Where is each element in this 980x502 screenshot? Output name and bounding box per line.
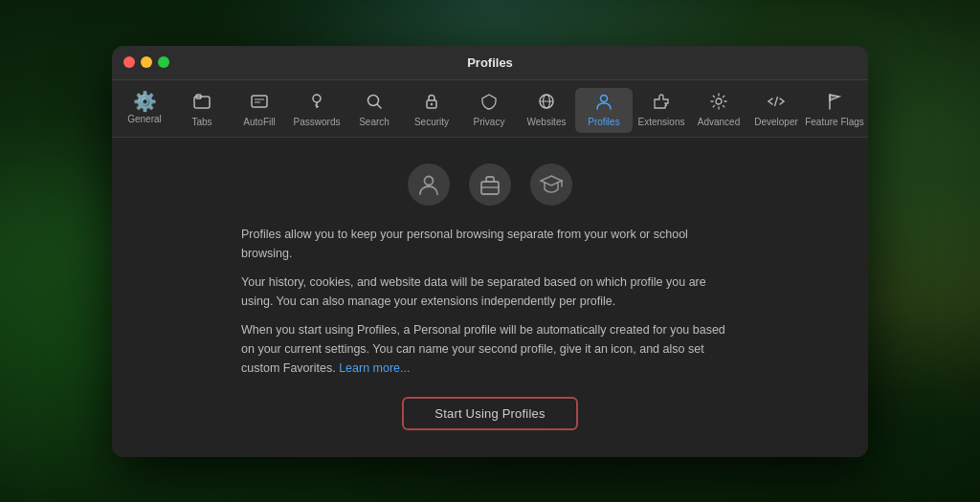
tab-extensions[interactable]: Extensions <box>633 88 690 133</box>
learn-more-link[interactable]: Learn more... <box>339 361 410 375</box>
work-profile-icon <box>469 164 511 206</box>
tab-developer[interactable]: Developer <box>747 88 805 133</box>
feature-flags-label: Feature Flags <box>805 117 864 127</box>
svg-point-12 <box>431 102 433 104</box>
tab-advanced[interactable]: Advanced <box>690 88 747 133</box>
extensions-label: Extensions <box>638 117 685 127</box>
tab-privacy[interactable]: Privacy <box>460 88 518 133</box>
svg-point-16 <box>601 95 608 101</box>
profiles-label: Profiles <box>588 117 619 127</box>
close-button[interactable] <box>123 56 135 68</box>
advanced-icon <box>709 92 728 114</box>
start-button-container: Start Using Profiles <box>402 397 577 430</box>
tab-profiles[interactable]: Profiles <box>575 88 633 133</box>
svg-point-5 <box>313 95 321 102</box>
maximize-button[interactable] <box>158 56 169 68</box>
tab-passwords[interactable]: Passwords <box>288 88 345 133</box>
profiles-description: Profiles allow you to keep your personal… <box>241 225 739 393</box>
search-label: Search <box>359 117 390 127</box>
security-label: Security <box>414 117 449 127</box>
passwords-icon <box>307 92 326 114</box>
search-icon <box>365 92 384 114</box>
general-icon: ⚙️ <box>133 92 157 111</box>
minimize-button[interactable] <box>141 56 152 68</box>
tab-autofill[interactable]: AutoFill <box>231 88 288 133</box>
svg-point-9 <box>368 95 379 105</box>
autofill-label: AutoFill <box>243 117 275 127</box>
advanced-label: Advanced <box>698 117 740 127</box>
tab-feature-flags[interactable]: Feature Flags <box>805 88 864 133</box>
svg-point-17 <box>716 98 722 104</box>
tabs-label: Tabs <box>191 117 212 127</box>
school-profile-icon <box>530 164 572 206</box>
description-para-3: When you start using Profiles, a Persona… <box>241 320 739 378</box>
general-label: General <box>127 114 162 124</box>
personal-profile-icon <box>408 164 450 206</box>
tab-search[interactable]: Search <box>345 88 403 133</box>
tabs-icon <box>192 92 212 114</box>
privacy-label: Privacy <box>474 117 505 127</box>
developer-icon <box>767 92 786 114</box>
start-using-profiles-button[interactable]: Start Using Profiles <box>402 397 577 430</box>
description-para-3-text: When you start using Profiles, a Persona… <box>241 323 725 375</box>
content-area: Profiles allow you to keep your personal… <box>112 138 868 457</box>
description-para-1: Profiles allow you to keep your personal… <box>241 225 739 263</box>
profiles-icon <box>594 92 613 114</box>
passwords-label: Passwords <box>294 117 341 127</box>
svg-line-18 <box>775 97 778 106</box>
feature-flags-icon <box>825 92 844 114</box>
settings-toolbar: ⚙️ General Tabs AutoFill <box>112 80 868 138</box>
tab-general[interactable]: ⚙️ General <box>116 88 173 130</box>
autofill-icon <box>250 92 269 114</box>
svg-point-20 <box>425 177 434 186</box>
traffic-lights <box>123 56 169 68</box>
title-bar: Profiles <box>112 46 868 80</box>
tab-tabs[interactable]: Tabs <box>173 88 231 133</box>
settings-window: Profiles ⚙️ General Tabs <box>112 46 868 457</box>
privacy-icon <box>479 92 499 114</box>
svg-rect-2 <box>252 96 267 107</box>
tab-websites[interactable]: Websites <box>518 88 575 133</box>
extensions-icon <box>652 92 671 114</box>
websites-label: Websites <box>527 117 567 127</box>
tab-security[interactable]: Security <box>403 88 460 133</box>
security-icon <box>422 92 441 114</box>
window-title: Profiles <box>467 55 513 70</box>
svg-line-10 <box>378 104 382 108</box>
developer-label: Developer <box>754 117 798 127</box>
profile-type-icons <box>408 164 572 206</box>
websites-icon <box>537 92 556 114</box>
description-para-2: Your history, cookies, and website data … <box>241 273 739 311</box>
